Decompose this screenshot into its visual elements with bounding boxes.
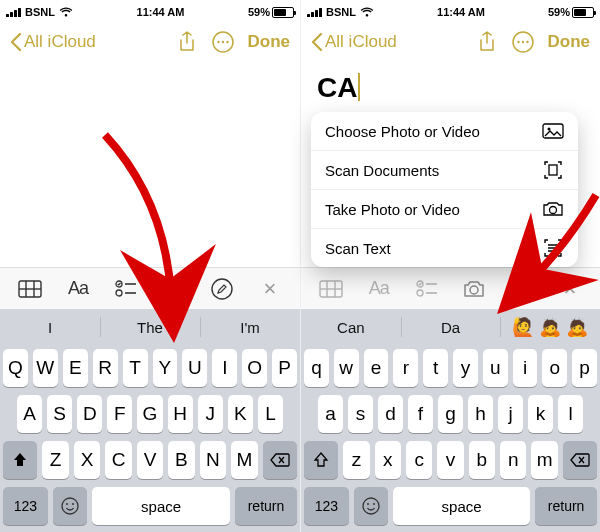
letter-key[interactable]: Q [3,349,28,387]
back-label: All iCloud [325,32,397,52]
letter-key[interactable]: R [93,349,118,387]
table-button[interactable] [314,274,348,304]
letter-key[interactable]: h [468,395,493,433]
shift-key[interactable] [304,441,338,479]
letter-key[interactable]: C [105,441,131,479]
letter-key[interactable]: t [423,349,448,387]
letter-key[interactable]: y [453,349,478,387]
letter-key[interactable]: Y [153,349,178,387]
close-toolbar-button[interactable]: × [553,274,587,304]
done-button[interactable]: Done [548,32,591,52]
text-format-button[interactable]: Aa [61,274,95,304]
share-button[interactable] [476,31,498,53]
letter-key[interactable]: a [318,395,343,433]
letter-key[interactable]: E [63,349,88,387]
format-toolbar: Aa × [301,267,600,309]
suggestion[interactable]: Da [401,309,501,345]
suggestion[interactable]: Can [301,309,401,345]
letter-key[interactable]: m [531,441,557,479]
letter-key[interactable]: p [572,349,597,387]
more-button[interactable] [212,31,234,53]
letter-key[interactable]: w [334,349,359,387]
letter-key[interactable]: s [348,395,373,433]
letter-key[interactable]: j [498,395,523,433]
menu-scan-text[interactable]: Scan Text [311,229,578,267]
done-button[interactable]: Done [248,32,291,52]
note-body[interactable] [0,62,300,267]
letter-key[interactable]: J [198,395,223,433]
letter-key[interactable]: o [542,349,567,387]
return-key[interactable]: return [235,487,297,525]
letter-key[interactable]: c [406,441,432,479]
letter-key[interactable]: L [258,395,283,433]
letter-key[interactable]: G [137,395,162,433]
camera-button[interactable] [457,274,491,304]
letter-key[interactable]: z [343,441,369,479]
letter-key[interactable]: r [393,349,418,387]
markup-button[interactable] [205,274,239,304]
letter-key[interactable]: A [17,395,42,433]
note-body[interactable]: CA Choose Photo or Video Scan Documents … [301,62,600,267]
share-button[interactable] [176,31,198,53]
letter-key[interactable]: B [168,441,194,479]
letter-key[interactable]: f [408,395,433,433]
letter-key[interactable]: n [500,441,526,479]
back-button[interactable]: All iCloud [10,32,96,52]
letter-key[interactable]: k [528,395,553,433]
letter-key[interactable]: O [242,349,267,387]
letter-key[interactable]: T [123,349,148,387]
emoji-key[interactable] [53,487,87,525]
letter-key[interactable]: X [74,441,100,479]
return-key[interactable]: return [535,487,597,525]
space-key[interactable]: space [92,487,230,525]
close-toolbar-button[interactable]: × [253,274,287,304]
menu-choose-photo[interactable]: Choose Photo or Video [311,112,578,151]
letter-key[interactable]: F [107,395,132,433]
letter-key[interactable]: u [483,349,508,387]
letter-key[interactable]: U [182,349,207,387]
shift-key[interactable] [3,441,37,479]
letter-key[interactable]: q [304,349,329,387]
suggestion[interactable]: I [0,309,100,345]
space-key[interactable]: space [393,487,530,525]
camera-button[interactable] [157,274,191,304]
letter-key[interactable]: e [364,349,389,387]
delete-key[interactable] [563,441,597,479]
menu-take-photo[interactable]: Take Photo or Video [311,190,578,229]
letter-key[interactable]: i [513,349,538,387]
numeric-key[interactable]: 123 [3,487,48,525]
back-button[interactable]: All iCloud [311,32,397,52]
letter-key[interactable]: x [375,441,401,479]
wifi-icon [59,7,73,17]
suggestion[interactable]: The [100,309,200,345]
letter-key[interactable]: g [438,395,463,433]
markup-button[interactable] [505,274,539,304]
menu-scan-documents[interactable]: Scan Documents [311,151,578,190]
letter-key[interactable]: M [231,441,257,479]
letter-key[interactable]: I [212,349,237,387]
letter-key[interactable]: P [272,349,297,387]
numeric-key[interactable]: 123 [304,487,349,525]
checklist-button[interactable] [410,274,444,304]
letter-key[interactable]: d [378,395,403,433]
letter-key[interactable]: S [47,395,72,433]
letter-key[interactable]: K [228,395,253,433]
letter-key[interactable]: l [558,395,583,433]
text-format-button[interactable]: Aa [362,274,396,304]
delete-key[interactable] [263,441,297,479]
letter-key[interactable]: N [200,441,226,479]
emoji-key[interactable] [354,487,388,525]
suggestion-emoji[interactable]: 🙋 🙇 🙇 [500,309,600,345]
backspace-icon [270,453,290,467]
letter-key[interactable]: D [77,395,102,433]
letter-key[interactable]: Z [42,441,68,479]
letter-key[interactable]: b [469,441,495,479]
suggestion[interactable]: I'm [200,309,300,345]
letter-key[interactable]: W [33,349,58,387]
table-button[interactable] [13,274,47,304]
checklist-button[interactable] [109,274,143,304]
letter-key[interactable]: H [168,395,193,433]
letter-key[interactable]: v [437,441,463,479]
letter-key[interactable]: V [137,441,163,479]
more-button[interactable] [512,31,534,53]
